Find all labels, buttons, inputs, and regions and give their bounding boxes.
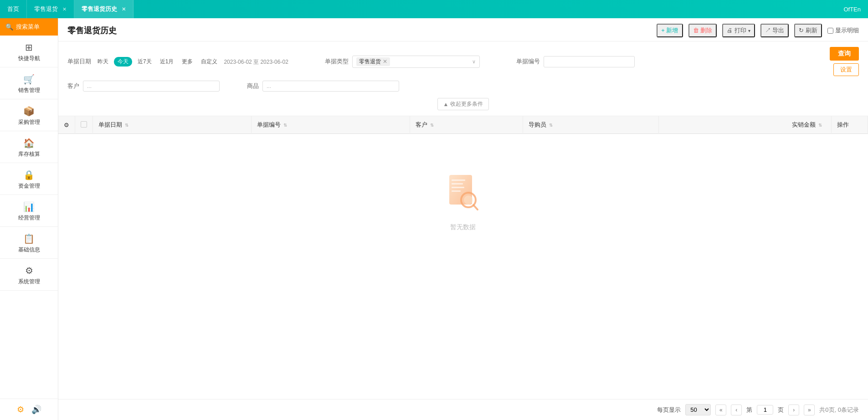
settings-col-icon[interactable]: ⚙ [64, 122, 69, 128]
date-pills: 昨天 今天 近7天 近1月 更多 自定义 [95, 57, 220, 67]
filter-row-2: 客户 ... 商品 ... [67, 81, 859, 92]
sidebar-item-quick-nav[interactable]: ⊞ 快捷导航 [0, 36, 58, 67]
customer-label: 客户 [67, 82, 79, 90]
page-header: 零售退货历史 + 新增 🗑 删除 🖨 打印 ▾ ↗ 导出 ↻ 刷新 [58, 18, 868, 41]
print-button[interactable]: 🖨 打印 ▾ [722, 24, 755, 37]
svg-rect-2 [452, 183, 463, 184]
voucher-number-input[interactable] [544, 56, 635, 67]
refresh-button-label: ↻ 刷新 [799, 26, 817, 35]
sidebar-item-sales-mgmt-label: 销售管理 [18, 87, 40, 94]
collapse-label: 收起更多条件 [450, 100, 483, 108]
export-button[interactable]: ↗ 导出 [760, 24, 789, 37]
sidebar-item-basic-info[interactable]: 📋 基础信息 [0, 227, 58, 259]
speaker-icon[interactable]: 🔊 [31, 405, 41, 415]
collapse-icon: ▲ [443, 101, 449, 108]
display-detail-label: 显示明细 [835, 26, 859, 35]
delete-button[interactable]: 🗑 删除 [688, 24, 717, 37]
sidebar-item-inventory[interactable]: 🏠 库存核算 [0, 131, 58, 163]
th-amount-sort[interactable]: ⇅ [818, 123, 822, 128]
table-section: ⚙ 单据日期 ⇅ 单据编号 ⇅ [58, 116, 868, 399]
filter-settings-button[interactable]: 设置 [833, 63, 859, 76]
last-page-btn[interactable]: » [804, 405, 815, 415]
pill-1month[interactable]: 近1月 [157, 57, 177, 67]
delete-button-label: 🗑 删除 [693, 26, 713, 35]
per-page-select[interactable]: 10 20 50 100 [685, 404, 711, 415]
sidebar-item-operations[interactable]: 📊 经营管理 [0, 195, 58, 227]
sales-mgmt-icon: 🛒 [23, 74, 35, 85]
sidebar-search[interactable]: 🔍 搜索菜单 [0, 18, 58, 36]
sidebar-item-inventory-label: 库存核算 [18, 150, 40, 158]
print-dropdown-icon[interactable]: ▾ [748, 28, 750, 33]
pill-custom[interactable]: 自定义 [198, 57, 220, 67]
empty-illustration [440, 170, 486, 216]
data-table: ⚙ 单据日期 ⇅ 单据编号 ⇅ [58, 116, 868, 250]
th-guide-sort[interactable]: ⇅ [549, 123, 553, 128]
select-all-checkbox[interactable] [81, 121, 87, 128]
new-button[interactable]: + 新增 [657, 24, 683, 37]
tab-retail-return-history[interactable]: 零售退货历史 ✕ [74, 0, 134, 18]
top-bar-right: OfTEn [843, 6, 868, 13]
tab-home-label: 首页 [7, 5, 19, 13]
th-customer-label: 客户 [416, 121, 427, 128]
svg-rect-4 [452, 190, 461, 192]
th-number-label: 单据编号 [257, 121, 281, 128]
th-number: 单据编号 ⇅ [252, 116, 410, 134]
tab-retail-return-history-close[interactable]: ✕ [122, 6, 126, 12]
pill-7days[interactable]: 近7天 [135, 57, 154, 67]
th-amount: 实销金额 ⇅ [659, 116, 832, 134]
sidebar-item-purchase-mgmt[interactable]: 📦 采购管理 [0, 99, 58, 131]
sidebar-bottom: ⚙ 🔊 [0, 399, 58, 420]
customer-filter-group: 客户 ... [67, 81, 220, 92]
goods-ellipsis: ... [267, 83, 271, 89]
customer-ellipsis: ... [87, 83, 92, 89]
export-button-label: ↗ 导出 [765, 26, 785, 35]
tab-home[interactable]: 首页 [0, 0, 27, 18]
basic-info-icon: 📋 [23, 233, 35, 244]
pill-yesterday[interactable]: 昨天 [95, 57, 111, 67]
refresh-button[interactable]: ↻ 刷新 [794, 24, 822, 37]
th-date-sort[interactable]: ⇅ [125, 123, 128, 128]
voucher-type-group: 单据类型 零售退货 ✕ ∨ [325, 56, 480, 68]
filter-row-1: 单据日期 昨天 今天 近7天 近1月 更多 自定义 2023-06-02 至 2… [67, 47, 859, 76]
date-range-display: 2023-06-02 至 2023-06-02 [224, 57, 288, 66]
pill-more[interactable]: 更多 [179, 57, 195, 67]
sidebar-item-system[interactable]: ⚙ 系统管理 [0, 259, 58, 291]
tab-retail-return[interactable]: 零售退货 ✕ [27, 0, 74, 18]
voucher-type-remove[interactable]: ✕ [383, 58, 387, 65]
next-page-btn[interactable]: › [788, 405, 799, 415]
voucher-type-label: 单据类型 [325, 57, 349, 66]
empty-state-cell: 暂无数据 [58, 134, 868, 250]
content-area: 零售退货历史 + 新增 🗑 删除 🖨 打印 ▾ ↗ 导出 ↻ 刷新 [58, 18, 868, 420]
voucher-type-chevron[interactable]: ∨ [472, 59, 476, 65]
sidebar-item-finance[interactable]: 🔒 资金管理 [0, 163, 58, 195]
filter-right-buttons: 查询 设置 [830, 47, 859, 76]
date-filter-group: 单据日期 昨天 今天 近7天 近1月 更多 自定义 2023-06-02 至 2… [67, 57, 288, 67]
operations-icon: 📊 [23, 201, 35, 212]
voucher-type-input[interactable]: 零售退货 ✕ ∨ [352, 56, 480, 68]
purchase-mgmt-icon: 📦 [23, 106, 35, 117]
pill-today[interactable]: 今天 [114, 57, 132, 67]
page-number-input[interactable]: 1 [757, 405, 773, 415]
th-customer-sort[interactable]: ⇅ [430, 123, 434, 128]
goods-label: 商品 [247, 82, 259, 90]
display-detail-input[interactable] [827, 28, 833, 34]
sidebar-item-system-label: 系统管理 [18, 278, 40, 286]
first-page-btn[interactable]: « [715, 405, 726, 415]
query-button[interactable]: 查询 [830, 47, 859, 61]
tab-retail-return-close[interactable]: ✕ [62, 6, 67, 12]
customer-input[interactable]: ... [83, 81, 220, 92]
th-number-sort[interactable]: ⇅ [283, 123, 287, 128]
sidebar-item-purchase-mgmt-label: 采购管理 [18, 118, 40, 126]
sidebar-item-sales-mgmt[interactable]: 🛒 销售管理 [0, 67, 58, 99]
sidebar: 🔍 搜索菜单 ⊞ 快捷导航 🛒 销售管理 📦 采购管理 🏠 库存核算 🔒 资金管… [0, 18, 58, 420]
print-button-label: 🖨 打印 [727, 26, 746, 35]
settings-icon[interactable]: ⚙ [17, 405, 24, 415]
collapse-button[interactable]: ▲ 收起更多条件 [437, 98, 489, 110]
sidebar-item-basic-info-label: 基础信息 [18, 246, 40, 254]
page-unit: 页 [778, 406, 784, 414]
svg-point-7 [464, 195, 473, 205]
prev-page-btn[interactable]: ‹ [731, 405, 742, 415]
display-detail-checkbox[interactable]: 显示明细 [827, 26, 859, 35]
page-label: 第 [746, 406, 752, 414]
goods-input[interactable]: ... [262, 81, 399, 92]
